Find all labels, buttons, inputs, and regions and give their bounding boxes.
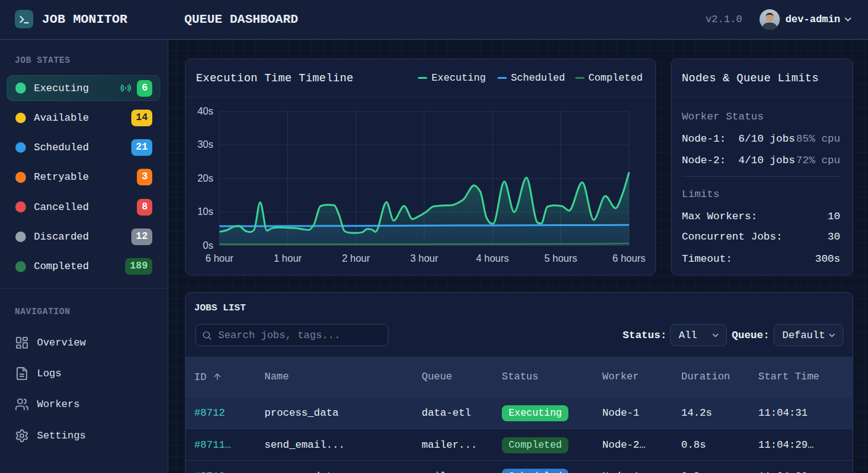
svg-text:5 hours: 5 hours <box>544 253 577 264</box>
svg-text:0s: 0s <box>203 240 213 251</box>
svg-text:30s: 30s <box>197 139 213 150</box>
svg-text:2 hour: 2 hour <box>342 253 371 264</box>
svg-text:10s: 10s <box>197 206 213 217</box>
svg-text:40s: 40s <box>197 106 213 116</box>
svg-text:6 hour: 6 hour <box>205 253 234 264</box>
svg-text:4 hours: 4 hours <box>476 253 509 264</box>
svg-text:3 hour: 3 hour <box>410 253 438 264</box>
svg-text:6 hours: 6 hours <box>613 253 645 264</box>
svg-text:1 hour: 1 hour <box>274 253 302 264</box>
svg-text:20s: 20s <box>197 173 213 184</box>
